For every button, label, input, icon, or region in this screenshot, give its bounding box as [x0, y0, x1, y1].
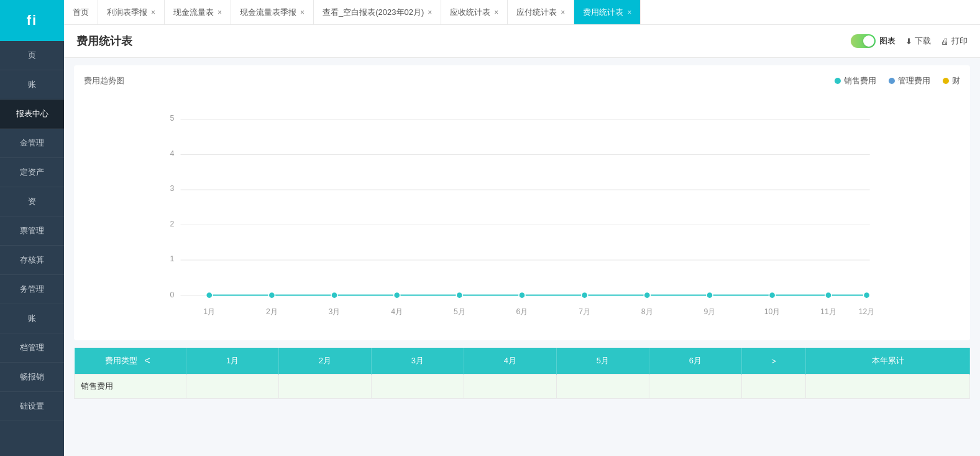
legend-label-finance: 财 — [952, 75, 960, 86]
sidebar-item-fund[interactable]: 金管理 — [0, 129, 64, 158]
chart-container: 0 1 2 3 4 5 1月 2月 3月 — [84, 94, 960, 330]
tab-payable[interactable]: 应付统计表 × — [508, 0, 574, 24]
svg-text:11月: 11月 — [820, 307, 836, 316]
sidebar-item-service[interactable]: 务管理 — [0, 275, 64, 304]
sidebar-item-investment[interactable]: 资 — [0, 187, 64, 216]
sidebar-item-settings[interactable]: 础设置 — [0, 392, 64, 421]
toggle-label: 图表 — [879, 35, 895, 47]
table-section: 费用类型 < 1月 2月 3月 4月 5月 6月 > — [74, 348, 970, 399]
tab-receivable[interactable]: 应收统计表 × — [441, 0, 508, 24]
col-header-2: 2月 — [278, 348, 371, 375]
table-row: 销售费用 — [75, 375, 970, 399]
svg-point-24 — [206, 292, 213, 298]
svg-text:1: 1 — [170, 254, 174, 263]
svg-point-33 — [769, 292, 775, 298]
svg-text:4: 4 — [170, 149, 174, 158]
svg-point-30 — [582, 292, 588, 298]
sidebar-item-archive[interactable]: 档管理 — [0, 333, 64, 363]
legend-finance: 财 — [943, 75, 960, 86]
tab-expense[interactable]: 费用统计表 × — [574, 0, 641, 24]
legend-dot-sales — [835, 78, 841, 84]
svg-point-27 — [394, 292, 400, 298]
svg-point-32 — [707, 292, 713, 298]
svg-text:1月: 1月 — [203, 307, 215, 316]
svg-point-25 — [268, 292, 275, 298]
chart-header: 费用趋势图 销售费用 管理费用 财 — [84, 75, 960, 86]
tab-cashflow[interactable]: 现金流量表 × — [165, 0, 231, 24]
svg-point-31 — [644, 292, 650, 298]
col-header-type: 费用类型 < — [75, 348, 186, 375]
row-val-4 — [464, 375, 556, 399]
sidebar-item-write-off[interactable]: 畅报销 — [0, 363, 64, 392]
row-val-5 — [556, 375, 649, 399]
legend-label-mgmt: 管理费用 — [898, 75, 930, 86]
svg-text:6月: 6月 — [516, 307, 528, 316]
row-val-3 — [371, 375, 464, 399]
svg-text:3: 3 — [170, 184, 174, 193]
line-chart-svg: 0 1 2 3 4 5 1月 2月 3月 — [84, 94, 960, 330]
col-header-6: 6月 — [649, 348, 741, 375]
col-arrow-left[interactable]: < — [140, 355, 155, 366]
svg-text:8月: 8月 — [641, 307, 653, 316]
col-header-5: 5月 — [556, 348, 649, 375]
sidebar-item-home[interactable]: 页 — [0, 41, 64, 70]
sidebar-item-report-center[interactable]: 报表中心 — [0, 100, 64, 129]
sidebar-item-ticket[interactable]: 票管理 — [0, 216, 64, 246]
toggle-track[interactable] — [851, 34, 876, 48]
download-button[interactable]: ⬇ 下载 — [905, 35, 931, 47]
svg-text:0: 0 — [170, 291, 174, 299]
sidebar-item-fixed-assets[interactable]: 定资产 — [0, 158, 64, 187]
close-payable-tab[interactable]: × — [561, 8, 565, 17]
chart-section: 费用趋势图 销售费用 管理费用 财 — [74, 65, 970, 340]
svg-text:2: 2 — [170, 220, 174, 228]
col-header-4: 4月 — [464, 348, 556, 375]
svg-text:3月: 3月 — [329, 307, 341, 316]
sidebar-item-sub-account[interactable]: 账 — [0, 304, 64, 333]
svg-text:5: 5 — [170, 114, 174, 123]
sidebar-item-inventory[interactable]: 存核算 — [0, 246, 64, 275]
expense-table: 费用类型 < 1月 2月 3月 4月 5月 6月 > — [74, 348, 970, 399]
row-label-sales: 销售费用 — [75, 375, 186, 399]
col-header-3: 3月 — [371, 348, 464, 375]
svg-text:5月: 5月 — [454, 307, 465, 316]
close-cashflow-quarter-tab[interactable]: × — [300, 8, 305, 17]
svg-text:10月: 10月 — [764, 307, 781, 316]
chart-title: 费用趋势图 — [84, 75, 124, 86]
legend-mgmt: 管理费用 — [889, 75, 930, 86]
page-content: 费用统计表 图表 ⬇ 下载 🖨 打印 — [64, 25, 980, 456]
row-val-arrow — [741, 375, 805, 399]
sidebar: fi 页 账 报表中心 金管理 定资产 资 票管理 存核算 务管理 账 档管理 … — [0, 0, 64, 456]
main-content: 首页 利润表季报 × 现金流量表 × 现金流量表季报 × 查看_空白报表(202… — [64, 0, 980, 456]
legend-label-sales: 销售费用 — [844, 75, 876, 86]
chart-toggle[interactable]: 图表 — [851, 34, 895, 48]
svg-text:7月: 7月 — [579, 307, 590, 316]
svg-text:9月: 9月 — [704, 307, 716, 316]
page-header: 费用统计表 图表 ⬇ 下载 🖨 打印 — [64, 25, 980, 58]
svg-point-28 — [456, 292, 462, 298]
row-val-6 — [649, 375, 741, 399]
sidebar-item-account[interactable]: 账 — [0, 70, 64, 100]
header-actions: 图表 ⬇ 下载 🖨 打印 — [851, 34, 968, 48]
tab-cashflow-quarter[interactable]: 现金流量表季报 × — [231, 0, 314, 24]
close-expense-tab[interactable]: × — [627, 8, 631, 17]
row-val-ytd — [806, 375, 970, 399]
tab-profit[interactable]: 利润表季报 × — [98, 0, 165, 24]
svg-point-26 — [331, 292, 337, 298]
col-arrow-right[interactable]: > — [771, 356, 776, 366]
close-cashflow-tab[interactable]: × — [218, 8, 222, 17]
tab-blank-report[interactable]: 查看_空白报表(2023年02月) × — [314, 0, 441, 24]
close-profit-tab[interactable]: × — [151, 8, 155, 17]
download-icon: ⬇ — [905, 37, 912, 46]
svg-text:4月: 4月 — [391, 307, 403, 316]
tab-home[interactable]: 首页 — [64, 0, 98, 24]
close-receivable-tab[interactable]: × — [494, 8, 498, 17]
svg-point-34 — [825, 292, 831, 298]
legend-dot-finance — [943, 78, 949, 84]
svg-point-29 — [519, 292, 525, 298]
close-blank-report-tab[interactable]: × — [428, 8, 432, 17]
col-header-arrow-right[interactable]: > — [741, 348, 805, 375]
tab-bar: 首页 利润表季报 × 现金流量表 × 现金流量表季报 × 查看_空白报表(202… — [64, 0, 980, 25]
print-button[interactable]: 🖨 打印 — [941, 35, 968, 47]
svg-text:2月: 2月 — [266, 307, 278, 316]
app-logo: fi — [0, 0, 64, 41]
